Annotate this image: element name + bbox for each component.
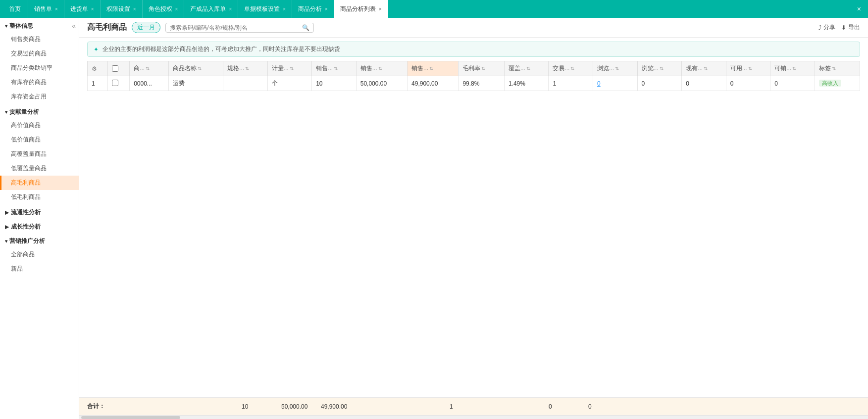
table-container[interactable]: ⚙ 商... ⇅	[79, 61, 868, 397]
top-nav-bar: 首页 销售单 × 进货单 × 权限设置 × 角色授权 × 产成品入库单 × 单据…	[0, 0, 868, 18]
sort-icon: ⇅	[615, 66, 619, 71]
nav-tab-product-analysis[interactable]: 商品分析 ×	[292, 0, 334, 18]
footer-current-stock: 0	[545, 403, 584, 410]
col-sales-amount[interactable]: 销售... ⇅	[356, 61, 407, 76]
sort-icon: ⇅	[660, 66, 664, 71]
close-icon[interactable]: ×	[133, 6, 136, 12]
sidebar-item-all-goods[interactable]: 全部商品	[0, 247, 79, 262]
row-browse1[interactable]: 0	[593, 76, 638, 91]
sidebar-group-overall[interactable]: ▾ 整体信息	[0, 18, 79, 32]
close-icon[interactable]: ×	[175, 6, 178, 12]
data-table: ⚙ 商... ⇅	[87, 61, 860, 91]
row-current-stock: 0	[682, 76, 726, 91]
sidebar-item-category-rate[interactable]: 商品分类助销率	[0, 61, 79, 75]
sidebar-collapse-button[interactable]: «	[72, 22, 76, 30]
sidebar-item-low-margin[interactable]: 低毛利商品	[0, 190, 79, 204]
sidebar-item-stock-goods[interactable]: 有库存的商品	[0, 75, 79, 90]
sort-icon: ⇅	[378, 66, 382, 71]
col-transaction[interactable]: 交易... ⇅	[549, 61, 593, 76]
col-spec[interactable]: 规格... ⇅	[223, 61, 268, 76]
row-tag: 高收入	[815, 76, 860, 91]
horizontal-scrollbar[interactable]	[79, 415, 868, 419]
scrollbar-thumb[interactable]	[81, 416, 180, 419]
export-button[interactable]: ⬇ 导出	[841, 23, 860, 32]
row-available: 0	[726, 76, 770, 91]
col-current-stock[interactable]: 现有... ⇅	[682, 61, 726, 76]
search-icon[interactable]: 🔍	[302, 24, 309, 31]
sidebar-item-high-value[interactable]: 高价值商品	[0, 118, 79, 133]
col-available[interactable]: 可用... ⇅	[726, 61, 770, 76]
footer-sales-amount: 50,000.00	[277, 403, 317, 410]
col-browse1[interactable]: 浏览... ⇅	[593, 61, 638, 76]
close-icon[interactable]: ×	[229, 6, 232, 12]
sort-icon: ⇅	[792, 66, 796, 71]
col-sales-qty[interactable]: 销售... ⇅	[312, 61, 357, 76]
chevron-right-icon: ▶	[5, 224, 9, 230]
sidebar-item-high-margin[interactable]: 高毛利商品	[0, 176, 79, 190]
row-gross-margin: 99.8%	[459, 76, 504, 91]
col-checkbox[interactable]	[108, 61, 130, 76]
sidebar-group-growth[interactable]: ▶ 成长性分析	[0, 219, 79, 233]
sort-icon: ⇅	[290, 66, 294, 71]
close-icon[interactable]: ×	[325, 6, 328, 12]
content-header: 高毛利商品 近一月 🔍 ⤴ 分享 ⬇ 导出	[79, 18, 868, 38]
chevron-right-icon: ▶	[5, 210, 9, 215]
footer-spacer2	[485, 403, 545, 410]
sidebar-item-sales-goods[interactable]: 销售类商品	[0, 32, 79, 47]
nav-tab-permissions[interactable]: 权限设置 ×	[101, 0, 143, 18]
row-checkbox-cell[interactable]	[108, 76, 130, 91]
sort-icon: ⇅	[429, 66, 433, 71]
share-button[interactable]: ⤴ 分享	[818, 23, 835, 32]
main-area: « ▾ 整体信息 销售类商品 交易过的商品 商品分类助销率 有库存的商品 库存资…	[0, 18, 868, 419]
page-title: 高毛利商品	[87, 22, 127, 33]
sort-icon: ⇅	[198, 66, 202, 71]
nav-tab-sales[interactable]: 销售单 ×	[28, 0, 64, 18]
sidebar-item-stock-capital[interactable]: 库存资金占用	[0, 90, 79, 104]
col-gross-margin[interactable]: 毛利率 ⇅	[459, 61, 504, 76]
footer-sales-qty: 10	[238, 403, 277, 410]
notice-bar: ✦ 企业的主要的利润都是这部分商品创造的，可考虑加大推广，同时关注库存是不要出现…	[87, 42, 860, 57]
row-spec	[223, 76, 268, 91]
browse1-link[interactable]: 0	[597, 80, 601, 87]
col-sellable[interactable]: 可销... ⇅	[770, 61, 815, 76]
col-code[interactable]: 商... ⇅	[130, 61, 169, 76]
chevron-down-icon: ▾	[5, 109, 7, 115]
sidebar-item-traded-goods[interactable]: 交易过的商品	[0, 47, 79, 61]
col-unit[interactable]: 计量... ⇅	[267, 61, 312, 76]
row-sellable: 0	[770, 76, 815, 91]
select-all-checkbox[interactable]	[112, 65, 118, 72]
close-all-button[interactable]: ×	[852, 5, 866, 13]
row-sales-cost: 49,900.00	[408, 76, 459, 91]
col-tag[interactable]: 标签 ⇅	[815, 61, 860, 76]
footer-available: 0	[584, 403, 624, 410]
sidebar-group-liquidity[interactable]: ▶ 流通性分析	[0, 204, 79, 219]
close-icon[interactable]: ×	[55, 6, 58, 12]
col-browse2[interactable]: 浏览... ⇅	[637, 61, 682, 76]
nav-tab-home[interactable]: 首页	[2, 0, 28, 18]
sidebar-item-low-coverage[interactable]: 低覆盖量商品	[0, 161, 79, 176]
sidebar-group-marketing[interactable]: ▾ 营销推广分析	[0, 233, 79, 247]
col-sales-cost[interactable]: 销售... ⇅	[408, 61, 459, 76]
close-icon[interactable]: ×	[379, 6, 382, 12]
col-name[interactable]: 商品名称 ⇅	[168, 61, 223, 76]
close-icon[interactable]: ×	[91, 6, 94, 12]
sidebar-item-new-goods[interactable]: 新品	[0, 262, 79, 276]
sidebar-item-high-coverage[interactable]: 高覆盖量商品	[0, 147, 79, 161]
sort-icon: ⇅	[570, 66, 574, 71]
col-settings[interactable]: ⚙	[88, 61, 108, 76]
close-icon[interactable]: ×	[283, 6, 286, 12]
nav-tab-template[interactable]: 单据模板设置 ×	[238, 0, 292, 18]
sidebar-group-contribution[interactable]: ▾ 贡献量分析	[0, 104, 79, 118]
row-name: 运费	[168, 76, 223, 91]
search-input[interactable]	[170, 24, 300, 31]
nav-tab-purchase[interactable]: 进货单 ×	[64, 0, 101, 18]
sidebar-item-low-value[interactable]: 低价值商品	[0, 133, 79, 147]
share-icon: ⤴	[818, 24, 821, 31]
nav-tab-roles[interactable]: 角色授权 ×	[143, 0, 185, 18]
nav-tab-product-inbound[interactable]: 产成品入库单 ×	[184, 0, 238, 18]
row-checkbox[interactable]	[112, 80, 118, 86]
time-filter-month-button[interactable]: 近一月	[132, 22, 160, 33]
col-coverage[interactable]: 覆盖... ⇅	[504, 61, 549, 76]
settings-icon[interactable]: ⚙	[92, 65, 97, 72]
nav-tab-product-analysis-list[interactable]: 商品分析列表 ×	[334, 0, 388, 18]
